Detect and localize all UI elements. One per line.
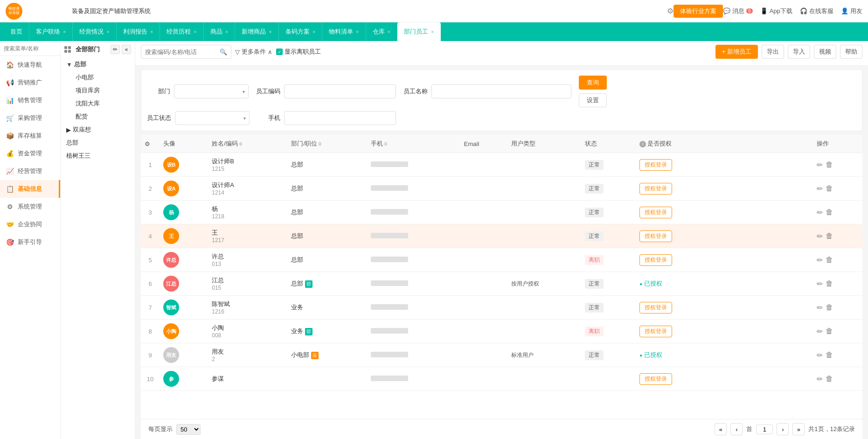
help-button[interactable]: 帮助 — [840, 45, 862, 59]
dept-item-cswz[interactable]: 植树王三 — [64, 149, 131, 162]
dept-item-ph[interactable]: 配货 — [72, 110, 131, 123]
close-bom-icon[interactable]: × — [356, 29, 359, 35]
delete-btn[interactable]: 🗑 — [826, 184, 833, 193]
delete-btn[interactable]: 🗑 — [826, 303, 833, 312]
edit-btn[interactable]: ✏ — [817, 160, 823, 169]
tab-profit-report[interactable]: 利润报告 × — [117, 22, 160, 41]
col-settings[interactable]: ⚙ — [141, 135, 160, 153]
settings-icon[interactable]: ⚙ — [667, 7, 674, 15]
trial-button[interactable]: 体验行业方案 — [674, 5, 723, 18]
edit-btn[interactable]: ✏ — [817, 256, 823, 265]
first-page-btn[interactable]: « — [715, 423, 727, 435]
search-icon[interactable]: 🔍 — [220, 49, 227, 56]
close-profit-report-icon[interactable]: × — [150, 29, 153, 35]
sidebar-item-inventory[interactable]: 📦 库存核算 — [0, 127, 60, 145]
authorize-button[interactable]: 授权登录 — [639, 302, 672, 314]
delete-btn[interactable]: 🗑 — [826, 351, 833, 359]
authorize-button[interactable]: 授权登录 — [639, 230, 672, 242]
view-button[interactable]: 视频 — [814, 45, 836, 59]
online-support-btn[interactable]: 🎧 在线客服 — [800, 7, 833, 15]
tab-add-goods[interactable]: 新增商品 × — [235, 22, 278, 41]
dept-item-zb[interactable]: 总部 — [64, 136, 131, 149]
close-operation-status-icon[interactable]: × — [106, 29, 109, 35]
last-page-btn[interactable]: » — [792, 423, 805, 435]
col-dept-position[interactable]: 部门/职位 — [287, 135, 367, 153]
authorize-button[interactable]: 授权登录 — [639, 373, 672, 385]
delete-btn[interactable]: 🗑 — [826, 208, 833, 216]
close-warehouse-icon[interactable]: × — [388, 29, 390, 35]
close-operation-history-icon[interactable]: × — [194, 29, 196, 35]
sidebar-item-collab[interactable]: 🤝 企业协同 — [0, 216, 60, 233]
authorize-button[interactable]: 授权登录 — [639, 183, 672, 195]
dept-select[interactable] — [174, 84, 249, 98]
authorize-button[interactable]: 授权登录 — [639, 254, 672, 266]
set-button[interactable]: 设置 — [579, 93, 607, 107]
more-filter-btn[interactable]: ▽ 更多条件 ∧ — [235, 48, 272, 56]
dept-item-sydk[interactable]: 沈阳大库 — [72, 97, 131, 110]
delete-btn[interactable]: 🗑 — [826, 256, 833, 264]
close-add-goods-icon[interactable]: × — [269, 29, 271, 35]
tab-customer[interactable]: 客户联络 × — [29, 22, 73, 41]
sidebar-item-basic[interactable]: 📋 基础信息 — [0, 180, 60, 198]
sidebar-item-quick-nav[interactable]: 🏠 快速导航 — [0, 56, 60, 74]
dept-all[interactable]: 全部部门 — [64, 45, 100, 54]
tab-bom[interactable]: 物料清单 × — [322, 22, 366, 41]
sidebar-item-guide[interactable]: 🎯 新手引导 — [0, 233, 60, 251]
message-btn[interactable]: 💬 消息 6 — [723, 7, 753, 15]
delete-btn[interactable]: 🗑 — [826, 160, 833, 169]
authorize-button[interactable]: 授权登录 — [639, 159, 672, 171]
add-employee-button[interactable]: + 新增员工 — [715, 45, 758, 59]
dept-item-smx[interactable]: ▶ 双庙想 — [64, 123, 131, 136]
col-phone[interactable]: 手机 — [367, 135, 460, 153]
per-page-select[interactable]: 50 100 200 — [176, 424, 201, 435]
search-button[interactable]: 查询 — [579, 76, 607, 90]
tab-goods[interactable]: 商品 × — [204, 22, 235, 41]
sidebar-item-finance[interactable]: 💰 资金管理 — [0, 145, 60, 162]
dept-collapse-btn[interactable]: « — [122, 45, 131, 54]
edit-btn[interactable]: ✏ — [817, 184, 823, 193]
tab-barcode[interactable]: 条码方案 × — [279, 22, 322, 41]
sidebar-item-marketing[interactable]: 📢 营销推广 — [0, 74, 60, 91]
export-button[interactable]: 导出 — [762, 45, 784, 59]
prev-page-btn[interactable]: ‹ — [730, 423, 743, 435]
emp-name-input[interactable] — [431, 84, 571, 98]
edit-btn[interactable]: ✏ — [817, 375, 823, 383]
search-input[interactable] — [145, 49, 220, 56]
edit-btn[interactable]: ✏ — [817, 327, 823, 336]
tab-operation-status[interactable]: 经营情况 × — [73, 22, 116, 41]
edit-btn[interactable]: ✏ — [817, 208, 823, 217]
edit-btn[interactable]: ✏ — [817, 232, 823, 241]
next-page-btn[interactable]: › — [777, 423, 789, 435]
tab-department-staff[interactable]: 部门员工 × — [397, 22, 441, 41]
close-department-staff-icon[interactable]: × — [431, 29, 434, 35]
edit-btn[interactable]: ✏ — [817, 351, 823, 360]
tab-home[interactable]: 首页 — [4, 22, 29, 41]
emp-status-select[interactable] — [175, 111, 250, 125]
sidebar-item-operation[interactable]: 📈 经营管理 — [0, 162, 60, 180]
authorize-button[interactable]: 授权登录 — [639, 207, 672, 218]
edit-btn[interactable]: ✏ — [817, 279, 823, 288]
tab-operation-history[interactable]: 经营历程 × — [160, 22, 203, 41]
edit-btn[interactable]: ✏ — [817, 303, 823, 312]
import-button[interactable]: 导入 — [788, 45, 810, 59]
dept-item-xmkf[interactable]: 项目库房 — [72, 84, 131, 97]
sidebar-item-system[interactable]: ⚙ 系统管理 — [0, 198, 60, 216]
tab-warehouse[interactable]: 仓库 × — [366, 22, 397, 41]
phone-input[interactable] — [284, 111, 396, 125]
col-name-code[interactable]: 姓名/编码 — [208, 135, 287, 153]
sidebar-item-sales[interactable]: 📊 销售管理 — [0, 91, 60, 109]
close-goods-icon[interactable]: × — [225, 29, 228, 35]
show-resigned-toggle[interactable]: ✓ 显示离职员工 — [276, 48, 321, 56]
sidebar-item-purchase[interactable]: 🛒 采购管理 — [0, 109, 60, 127]
close-barcode-icon[interactable]: × — [312, 29, 315, 35]
authorize-button[interactable]: 授权登录 — [639, 326, 672, 337]
user-btn[interactable]: 👤 用友 — [841, 7, 862, 15]
delete-btn[interactable]: 🗑 — [826, 327, 833, 335]
app-download-btn[interactable]: 📱 App下载 — [760, 7, 792, 15]
delete-btn[interactable]: 🗑 — [826, 279, 833, 288]
delete-btn[interactable]: 🗑 — [826, 375, 833, 383]
dept-group-general-header[interactable]: ▼ 总部 — [64, 58, 131, 71]
page-input[interactable] — [756, 425, 773, 434]
close-customer-icon[interactable]: × — [63, 29, 66, 35]
delete-btn[interactable]: 🗑 — [826, 232, 833, 240]
